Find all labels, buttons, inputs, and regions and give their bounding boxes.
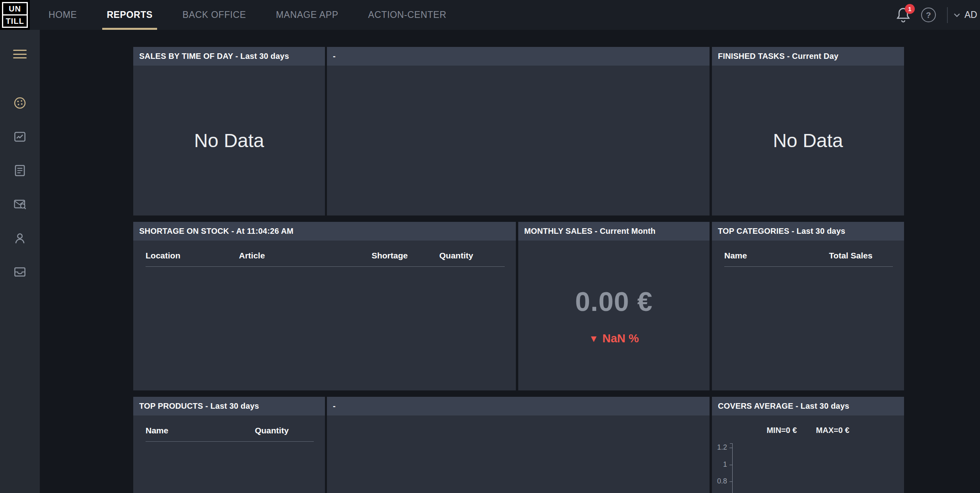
y-tick-mark: [729, 481, 732, 482]
column-quantity: Quantity: [408, 251, 505, 260]
panel-title: FINISHED TASKS - Current Day: [718, 52, 838, 61]
hamburger-icon: [13, 50, 27, 51]
help-button[interactable]: ?: [921, 8, 936, 22]
nav-home[interactable]: HOME: [44, 0, 81, 30]
panel-title: MONTHLY SALES - Current Month: [524, 227, 655, 236]
y-tick-label: 1: [723, 460, 727, 469]
sidebar-item-mail-search[interactable]: [12, 196, 28, 212]
monthly-sales-delta: ▼ NaN %: [589, 332, 639, 345]
hamburger-icon-line2: [13, 54, 27, 55]
panel-covers-average: COVERS AVERAGE - Last 30 days MIN=0 € MA…: [712, 397, 904, 493]
panel-header: TOP CATEGORIES - Last 30 days: [712, 222, 904, 241]
sidebar-item-documents[interactable]: [12, 163, 28, 179]
panel-body: No Data: [712, 66, 904, 215]
y-axis-line: [732, 443, 733, 493]
sales-chart-icon: [12, 129, 27, 144]
y-tick-mark: [729, 448, 732, 448]
covers-min-label: MIN=0 €: [766, 426, 797, 435]
topbar-right-cluster: 1 ? AD: [895, 0, 977, 30]
panel-shortage-on-stock: SHORTAGE ON STOCK - At 11:04:26 AM Locat…: [133, 222, 516, 390]
sidebar-item-users[interactable]: [12, 230, 28, 246]
nav-reports[interactable]: REPORTS: [102, 0, 157, 30]
panel-body: Name Total Sales: [712, 241, 904, 390]
column-name: Name: [146, 426, 230, 435]
panel-header: COVERS AVERAGE - Last 30 days: [712, 397, 904, 415]
notification-badge: 1: [905, 4, 915, 14]
document-icon: [12, 163, 27, 178]
nav-action-center[interactable]: ACTION-CENTER: [364, 0, 451, 30]
y-tick-mark: [729, 465, 732, 465]
top-navigation-bar: UN TILL HOME REPORTS BACK OFFICE MANAGE …: [0, 0, 980, 30]
panel-title: SALES BY TIME OF DAY - Last 30 days: [139, 52, 289, 61]
untill-logo[interactable]: UN TILL: [0, 0, 30, 30]
notifications-button[interactable]: 1: [895, 6, 912, 24]
panel-top-products: TOP PRODUCTS - Last 30 days Name Quantit…: [133, 397, 325, 493]
panel-top-categories: TOP CATEGORIES - Last 30 days Name Total…: [712, 222, 904, 390]
panel-title: TOP CATEGORIES - Last 30 days: [718, 227, 845, 236]
panel-sales-by-time-of-day: SALES BY TIME OF DAY - Last 30 days No D…: [133, 47, 325, 215]
panel-header: MONTHLY SALES - Current Month: [518, 222, 710, 241]
y-tick-label: 1.2: [717, 443, 727, 452]
sidebar-item-inventory[interactable]: [12, 264, 28, 280]
column-shortage: Shortage: [365, 251, 408, 260]
column-article: Article: [239, 251, 365, 260]
panel-finished-tasks: FINISHED TASKS - Current Day No Data: [712, 47, 904, 215]
user-menu[interactable]: AD: [952, 10, 977, 20]
down-triangle-icon: ▼: [589, 333, 599, 344]
covers-max-label: MAX=0 €: [816, 426, 850, 435]
nav-manage-app[interactable]: MANAGE APP: [272, 0, 343, 30]
delta-value: NaN %: [602, 332, 639, 345]
panel-header: -: [327, 47, 710, 66]
y-tick-label: 0.8: [717, 477, 727, 485]
panel-untitled-top: -: [327, 47, 710, 215]
panel-header: TOP PRODUCTS - Last 30 days: [133, 397, 325, 415]
covers-average-chart: 1.2 1 0.8: [712, 443, 904, 493]
panel-body: Name Quantity: [133, 415, 325, 493]
panel-body: MIN=0 € MAX=0 € 1.2 1 0.8: [712, 415, 904, 493]
logo-text-un: UN: [3, 3, 26, 14]
panel-body: Bear: [327, 415, 710, 493]
panel-title: TOP PRODUCTS - Last 30 days: [139, 402, 259, 411]
column-name: Name: [724, 251, 809, 260]
user-icon: [12, 231, 27, 246]
column-quantity: Quantity: [230, 426, 314, 435]
y-tick: 0.8: [712, 481, 732, 482]
panel-title: -: [333, 52, 336, 61]
left-sidebar: [0, 30, 40, 493]
column-location: Location: [146, 251, 239, 260]
panel-header: -: [327, 397, 710, 415]
panel-header: SALES BY TIME OF DAY - Last 30 days: [133, 47, 325, 66]
sidebar-item-dashboard[interactable]: [12, 95, 28, 111]
y-tick: 1: [712, 465, 732, 465]
panel-untitled-bottom: - Bear: [327, 397, 710, 493]
topbar-divider: [947, 7, 948, 23]
panel-body: Location Article Shortage Quantity: [133, 241, 516, 390]
panel-title: -: [333, 402, 336, 411]
covers-minmax-row: MIN=0 € MAX=0 €: [712, 426, 904, 435]
mail-search-icon: [12, 197, 27, 212]
panel-header: SHORTAGE ON STOCK - At 11:04:26 AM: [133, 222, 516, 241]
shortage-table-header: Location Article Shortage Quantity: [146, 251, 505, 267]
panel-monthly-sales: MONTHLY SALES - Current Month 0.00 € ▼ N…: [518, 222, 710, 390]
panel-body: 0.00 € ▼ NaN %: [518, 241, 710, 390]
sidebar-menu-toggle[interactable]: [13, 50, 27, 58]
logo-text-till: TILL: [3, 14, 26, 27]
main-nav: HOME REPORTS BACK OFFICE MANAGE APP ACTI…: [44, 0, 472, 30]
panel-title: SHORTAGE ON STOCK - At 11:04:26 AM: [139, 227, 294, 236]
app-window: UN TILL HOME REPORTS BACK OFFICE MANAGE …: [0, 0, 980, 493]
hamburger-icon-line3: [13, 57, 27, 58]
panel-header: FINISHED TASKS - Current Day: [712, 47, 904, 66]
question-icon: ?: [926, 10, 931, 20]
user-name: AD: [964, 10, 977, 20]
no-data-text: No Data: [773, 130, 843, 151]
no-data-text: No Data: [194, 130, 264, 151]
dashboard-icon: [12, 95, 27, 111]
untill-logo-frame: UN TILL: [2, 2, 27, 28]
sidebar-item-sales-reports[interactable]: [12, 129, 28, 145]
panel-body: [327, 66, 710, 215]
top-products-table-header: Name Quantity: [146, 426, 314, 442]
nav-back-office[interactable]: BACK OFFICE: [178, 0, 251, 30]
inbox-icon: [12, 264, 27, 279]
panel-title: COVERS AVERAGE - Last 30 days: [718, 402, 849, 411]
chevron-down-icon: [952, 10, 962, 20]
